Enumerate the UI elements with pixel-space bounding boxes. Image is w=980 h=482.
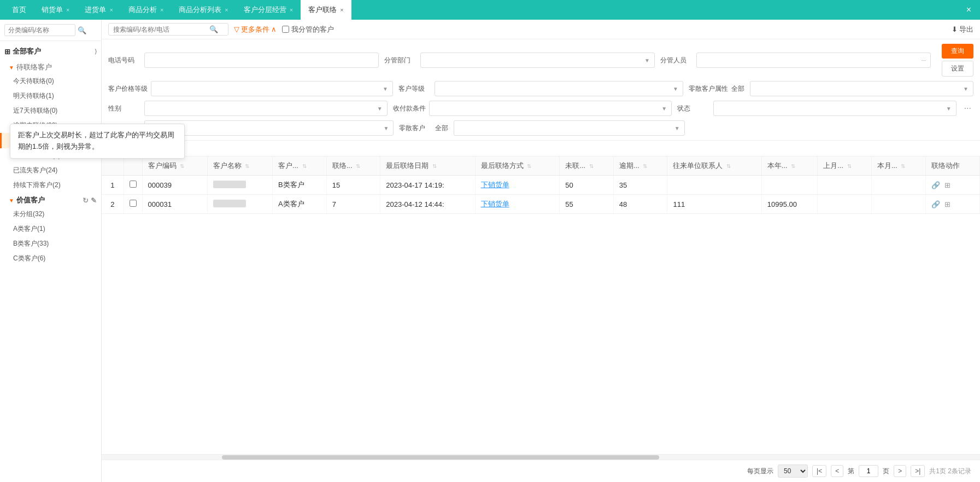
sidebar-search-icon[interactable]: 🔍 xyxy=(78,26,86,34)
dept-select[interactable]: ▼ xyxy=(420,53,655,68)
nav-customer-segment[interactable]: 客户分层经营× xyxy=(236,0,301,20)
row-2-method-link[interactable]: 下销货单 xyxy=(481,200,509,208)
sidebar-item-declining[interactable]: 持续下滑客户(2) xyxy=(0,178,101,193)
sidebar-item-ungroup[interactable]: 未分组(32) xyxy=(0,207,101,222)
retail-attr-select[interactable]: ▼ xyxy=(750,81,973,96)
nav-purchase-close[interactable]: × xyxy=(109,7,113,13)
refresh-icon[interactable]: ↻ xyxy=(83,196,89,205)
col-contact-count-sort[interactable]: ⇅ xyxy=(356,163,360,169)
col-no-contact-sort[interactable]: ⇅ xyxy=(589,163,594,169)
col-code-sort[interactable]: ⇅ xyxy=(180,163,184,169)
status-select[interactable]: ▼ xyxy=(713,101,956,116)
sidebar-item-b-class[interactable]: B类客户(33) xyxy=(0,236,101,251)
gender-select[interactable]: ▼ xyxy=(144,101,388,116)
nav-purchase[interactable]: 进货单× xyxy=(77,0,120,20)
prev-page-button[interactable]: < xyxy=(831,465,843,477)
sidebar-value-group[interactable]: ▼ 价值客户 ↻ ✎ xyxy=(0,193,101,207)
sidebar-item-churned[interactable]: 已流失客户(24) xyxy=(0,163,101,178)
query-button[interactable]: 查询 xyxy=(942,44,973,59)
row-1-link-icon[interactable]: 🔗 xyxy=(931,181,940,189)
col-last-date[interactable]: 最后联络日期 ⇅ xyxy=(380,156,475,176)
my-customers-checkbox[interactable] xyxy=(282,26,289,33)
nav-product-analysis[interactable]: 商品分析× xyxy=(121,0,171,20)
phone-label: 电话号码 xyxy=(108,56,141,65)
retail-customer-arrow: ▼ xyxy=(674,125,680,131)
settings-button[interactable]: 设置 xyxy=(942,61,973,77)
scroll-thumb[interactable] xyxy=(222,455,659,460)
nav-customer-contact[interactable]: 客户联络× xyxy=(301,0,351,20)
nav-sales[interactable]: 销货单× xyxy=(34,0,77,20)
sidebar-item-c-class[interactable]: C类客户(6) xyxy=(0,251,101,266)
col-grade[interactable]: 客户... ⇅ xyxy=(273,156,327,176)
sidebar-all-customers[interactable]: ⊞ 全部客户 ⟩ xyxy=(0,43,101,60)
col-current-year[interactable]: 本年... ⇅ xyxy=(761,156,817,176)
manager-select[interactable]: ··· xyxy=(696,53,931,68)
row-1-action-icons: 🔗 ⊞ xyxy=(931,181,974,189)
col-last-month[interactable]: 上月... ⇅ xyxy=(818,156,872,176)
col-code[interactable]: 客户编码 ⇅ xyxy=(142,156,207,176)
first-page-button[interactable]: |< xyxy=(812,465,826,477)
nav-sales-close[interactable]: × xyxy=(66,7,69,13)
col-current-month-sort[interactable]: ⇅ xyxy=(901,163,905,169)
nav-customer-contact-close[interactable]: × xyxy=(340,7,343,13)
col-no-contact[interactable]: 未联... ⇅ xyxy=(560,156,614,176)
col-last-method-sort[interactable]: ⇅ xyxy=(527,163,531,169)
per-page-label: 每页显示 xyxy=(747,467,773,476)
nav-product-list[interactable]: 商品分析列表× xyxy=(171,0,236,20)
row-2-last-method[interactable]: 下销货单 xyxy=(475,195,560,214)
sidebar-search-input[interactable] xyxy=(4,24,75,36)
sidebar-item-7days[interactable]: 近7天待联络(0) xyxy=(0,103,101,118)
col-last-date-sort[interactable]: ⇅ xyxy=(432,163,437,169)
more-dots-button[interactable]: ··· xyxy=(962,103,973,113)
search-icon[interactable]: 🔍 xyxy=(209,25,218,33)
sidebar-item-tomorrow[interactable]: 明天待联络(1) xyxy=(0,89,101,103)
row-1-grid-icon[interactable]: ⊞ xyxy=(944,181,950,189)
col-current-year-sort[interactable]: ⇅ xyxy=(791,163,795,169)
customer-grade-select[interactable]: ▼ xyxy=(435,81,683,96)
col-name-sort[interactable]: ⇅ xyxy=(245,163,249,169)
row-2-grid-icon[interactable]: ⊞ xyxy=(944,200,950,208)
col-contact-person-sort[interactable]: ⇅ xyxy=(726,163,731,169)
sidebar-item-a-class[interactable]: A类客户(1) xyxy=(0,222,101,236)
col-last-method[interactable]: 最后联络方式 ⇅ xyxy=(475,156,560,176)
search-input[interactable] xyxy=(113,26,206,33)
more-conditions-button[interactable]: ▽ 更多条件 ∧ xyxy=(234,25,277,34)
col-overdue[interactable]: 逾期... ⇅ xyxy=(613,156,667,176)
row-2-link-icon[interactable]: 🔗 xyxy=(931,200,940,208)
table-scroll-wrap[interactable]: 客户编码 ⇅ 客户名称 ⇅ 客户... ⇅ xyxy=(102,156,980,454)
nav-product-list-close[interactable]: × xyxy=(225,7,228,13)
last-page-button[interactable]: >| xyxy=(911,465,925,477)
col-contact-person[interactable]: 往来单位联系人 ⇅ xyxy=(667,156,761,176)
collapse-icon[interactable]: ⟩ xyxy=(95,48,97,55)
col-current-month[interactable]: 本月... ⇅ xyxy=(871,156,925,176)
export-button[interactable]: ⬇ 导出 xyxy=(952,25,973,34)
page-number-input[interactable] xyxy=(859,465,878,477)
price-grade-select[interactable]: ▼ xyxy=(151,81,393,96)
row-1-last-method[interactable]: 下销货单 xyxy=(475,176,560,195)
close-all-button[interactable]: × xyxy=(962,5,976,15)
row-1-checkbox-cell xyxy=(124,176,142,195)
retail-customer-select[interactable]: ▼ xyxy=(454,120,684,136)
customer-grade-arrow: ▼ xyxy=(673,86,678,92)
row-1-checkbox[interactable] xyxy=(130,181,137,188)
page-size-select[interactable]: 50 20 100 xyxy=(778,464,808,478)
col-name[interactable]: 客户名称 ⇅ xyxy=(207,156,272,176)
next-page-button[interactable]: > xyxy=(894,465,906,477)
nav-product-analysis-close[interactable]: × xyxy=(160,7,163,13)
sidebar-item-today[interactable]: 今天待联络(0) xyxy=(0,74,101,89)
payment-select[interactable]: ▼ xyxy=(429,101,672,116)
pencil-icon[interactable]: ✎ xyxy=(91,196,97,205)
horizontal-scrollbar[interactable] xyxy=(102,454,980,460)
col-grade-sort[interactable]: ⇅ xyxy=(302,163,307,169)
phone-input[interactable] xyxy=(144,53,379,68)
row-2-checkbox[interactable] xyxy=(130,200,137,207)
nav-customer-segment-close[interactable]: × xyxy=(290,7,293,13)
row-1-method-link[interactable]: 下销货单 xyxy=(481,181,509,189)
row-2-contact-count: 7 xyxy=(326,195,380,214)
filter-phone: 电话号码 xyxy=(108,53,379,68)
nav-home[interactable]: 首页 xyxy=(4,0,34,20)
col-overdue-sort[interactable]: ⇅ xyxy=(643,163,647,169)
col-last-month-sort[interactable]: ⇅ xyxy=(847,163,852,169)
col-contact-count[interactable]: 联络... ⇅ xyxy=(326,156,380,176)
sidebar-pending-group[interactable]: ▼ 待联络客户 xyxy=(0,60,101,74)
